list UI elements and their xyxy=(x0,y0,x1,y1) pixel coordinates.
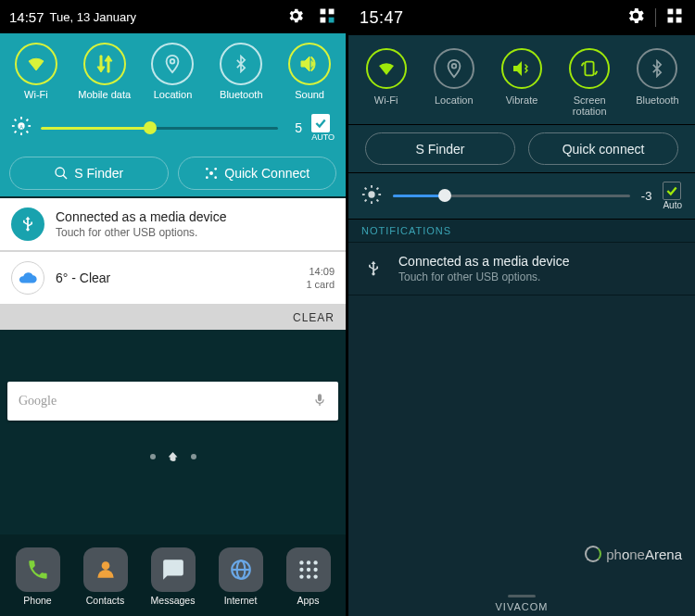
svg-point-28 xyxy=(313,560,317,564)
notification-usb[interactable]: Connected as a media device Touch for ot… xyxy=(348,243,695,295)
svg-point-4 xyxy=(171,59,175,64)
notification-time: 14:09 xyxy=(306,265,335,278)
sfinder-button[interactable]: S Finder xyxy=(9,157,169,190)
brightness-row: -3 Auto xyxy=(348,173,695,220)
app-drawer[interactable]: Apps xyxy=(286,547,331,606)
svg-line-16 xyxy=(63,175,67,179)
brightness-icon: A xyxy=(11,116,32,140)
svg-point-39 xyxy=(452,64,457,69)
svg-point-17 xyxy=(209,171,213,175)
app-messages[interactable]: Messages xyxy=(151,547,196,606)
notification-usb[interactable]: Connected as a media device Touch for ot… xyxy=(0,198,346,250)
settings-gear-icon[interactable] xyxy=(626,6,646,31)
google-search-bar[interactable]: Google xyxy=(7,382,338,421)
toggle-bluetooth[interactable]: Bluetooth xyxy=(624,48,691,115)
clear-all-button[interactable]: CLEAR xyxy=(0,306,346,330)
brightness-slider[interactable] xyxy=(41,127,278,130)
quick-toggles-row: Wi-Fi Mobile data Location Bluetooth Sou… xyxy=(0,33,346,106)
watermark: phoneArena xyxy=(585,546,682,562)
left-panel: 14:57 Tue, 13 January Wi-Fi Mobile data … xyxy=(0,0,346,616)
app-internet[interactable]: Internet xyxy=(219,547,263,606)
page-indicator[interactable] xyxy=(0,454,346,461)
status-bar: 14:57 Tue, 13 January xyxy=(0,0,346,33)
svg-point-33 xyxy=(306,574,310,578)
svg-point-31 xyxy=(313,567,317,571)
sfinder-button[interactable]: S Finder xyxy=(365,132,515,165)
carrier-label[interactable]: VIVACOM xyxy=(348,595,695,612)
brightness-value: 5 xyxy=(287,120,302,135)
svg-rect-35 xyxy=(668,8,674,14)
brightness-slider[interactable] xyxy=(393,195,630,197)
svg-line-13 xyxy=(27,119,29,121)
status-date: Tue, 13 January xyxy=(50,10,136,24)
svg-point-29 xyxy=(299,567,303,571)
notification-subtitle: Touch for other USB options. xyxy=(56,226,335,239)
home-screen: Google Phone Contacts Mess xyxy=(0,378,346,616)
notification-meta: 1 card xyxy=(306,278,335,291)
toggle-location[interactable]: Location xyxy=(420,48,487,115)
toggle-label: Wi-Fi xyxy=(24,89,48,100)
svg-text:A: A xyxy=(19,124,23,130)
toggle-label: Location xyxy=(154,89,193,100)
svg-point-20 xyxy=(206,176,208,179)
toggle-vibrate[interactable]: Vibrate xyxy=(487,48,555,115)
usb-icon xyxy=(361,259,385,278)
app-dock: Phone Contacts Messages Internet Apps xyxy=(0,534,346,616)
svg-rect-2 xyxy=(321,17,326,22)
toggle-label: Sound xyxy=(295,89,324,100)
toggle-location[interactable]: Location xyxy=(139,43,208,100)
notification-weather[interactable]: 6° - Clear 14:09 1 card xyxy=(0,252,346,304)
svg-rect-1 xyxy=(329,8,335,14)
svg-line-47 xyxy=(377,199,379,201)
notification-list: Connected as a media device Touch for ot… xyxy=(0,198,346,330)
toggle-label: Mobile data xyxy=(78,89,131,100)
voice-search-icon[interactable] xyxy=(312,393,327,410)
app-contacts[interactable]: Contacts xyxy=(83,547,128,606)
svg-line-49 xyxy=(377,187,379,189)
toggle-wifi[interactable]: Wi-Fi xyxy=(352,48,420,115)
brightness-icon xyxy=(361,184,382,208)
svg-point-26 xyxy=(299,560,303,564)
svg-line-48 xyxy=(365,199,367,201)
app-phone[interactable]: Phone xyxy=(16,547,60,606)
brightness-auto[interactable]: AUTO xyxy=(311,114,335,143)
svg-point-18 xyxy=(206,168,208,170)
tools-row: S Finder Quick Connect xyxy=(0,150,346,196)
svg-rect-3 xyxy=(329,17,335,22)
toggle-label: Bluetooth xyxy=(220,89,262,100)
svg-point-27 xyxy=(306,560,310,564)
settings-gear-icon[interactable] xyxy=(286,6,305,28)
svg-rect-0 xyxy=(321,8,326,14)
brightness-auto[interactable]: Auto xyxy=(663,182,682,210)
toggle-bluetooth[interactable]: Bluetooth xyxy=(207,43,275,100)
status-bar: 15:47 xyxy=(348,0,695,35)
toggle-rotation[interactable]: Screen rotation xyxy=(556,48,624,115)
svg-point-15 xyxy=(56,168,64,176)
notification-title: Connected as a media device xyxy=(56,209,335,224)
svg-point-32 xyxy=(299,574,303,578)
notification-title: 6° - Clear xyxy=(56,270,295,285)
quick-connect-button[interactable]: Quick connect xyxy=(528,132,678,165)
svg-line-11 xyxy=(27,132,29,133)
notification-subtitle: Touch for other USB options. xyxy=(398,270,569,283)
right-panel: 15:47 Wi-Fi Location Vibrate xyxy=(348,0,695,616)
toggle-wifi[interactable]: Wi-Fi xyxy=(2,43,70,100)
edit-toggles-icon[interactable] xyxy=(665,6,684,30)
toggle-mobile-data[interactable]: Mobile data xyxy=(70,43,139,100)
tools-row: S Finder Quick connect xyxy=(348,125,695,173)
svg-point-41 xyxy=(368,191,374,197)
usb-icon xyxy=(11,207,44,241)
svg-point-19 xyxy=(215,168,218,170)
toggle-sound[interactable]: Sound xyxy=(275,43,344,100)
quick-connect-button[interactable]: Quick Connect xyxy=(178,157,337,190)
svg-rect-38 xyxy=(676,17,682,22)
notification-title: Connected as a media device xyxy=(398,254,569,269)
status-time: 14:57 xyxy=(9,9,44,25)
edit-toggles-icon[interactable] xyxy=(318,6,336,28)
svg-line-12 xyxy=(15,132,17,133)
cloud-icon xyxy=(11,261,44,295)
google-logo: Google xyxy=(19,394,57,409)
status-time: 15:47 xyxy=(360,8,404,28)
svg-point-22 xyxy=(101,561,109,570)
brightness-value: -3 xyxy=(641,189,652,203)
